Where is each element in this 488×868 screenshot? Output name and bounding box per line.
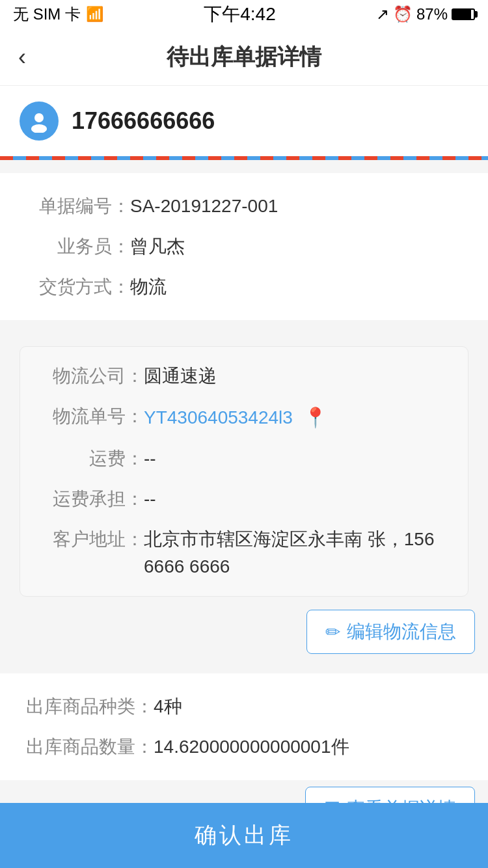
freight-row: 运费： -- [40, 445, 448, 472]
order-info-block: 单据编号： SA-20191227-001 业务员： 曾凡杰 交货方式： 物流 [0, 173, 488, 320]
delivery-value: 物流 [130, 273, 462, 301]
tracking-row: 物流单号： YT43064053424l3 📍 [40, 403, 448, 432]
location-status-icon: ↗ [376, 5, 389, 23]
edit-btn-label: 编辑物流信息 [347, 619, 456, 644]
customer-header: 17666666666 [0, 86, 488, 156]
alarm-icon: ⏰ [393, 5, 413, 23]
delivery-row: 交货方式： 物流 [26, 273, 462, 301]
doc-number-label: 单据编号： [26, 193, 130, 220]
freight-value: -- [144, 445, 448, 472]
section-gap-1 [0, 160, 488, 173]
types-label: 出库商品种类： [26, 693, 154, 720]
company-label: 物流公司： [40, 362, 144, 390]
map-pin-icon[interactable]: 📍 [303, 403, 327, 432]
tracking-value-row: YT43064053424l3 📍 [144, 403, 327, 432]
doc-number-value: SA-20191227-001 [130, 193, 462, 220]
address-label: 客户地址： [40, 526, 144, 553]
battery-icon [452, 8, 475, 20]
customer-phone: 17666666666 [72, 107, 215, 135]
address-row: 客户地址： 北京市市辖区海淀区永丰南 张，156 6666 6666 [40, 526, 448, 580]
section-gap-3 [0, 660, 488, 673]
confirm-btn-area[interactable]: 确认出库 [0, 803, 488, 868]
battery-percent: 87% [416, 5, 448, 23]
confirm-btn-text: 确认出库 [195, 821, 293, 850]
carrier-text: 无 SIM 卡 [13, 4, 81, 25]
tracking-label: 物流单号： [40, 403, 144, 430]
freight-bearer-row: 运费承担： -- [40, 485, 448, 513]
status-bar: 无 SIM 卡 📶 下午4:42 ↗ ⏰ 87% [0, 0, 488, 29]
types-row: 出库商品种类： 4种 [26, 693, 462, 720]
logistics-card: 物流公司： 圆通速递 物流单号： YT43064053424l3 📍 运费： -… [20, 346, 468, 597]
status-left: 无 SIM 卡 📶 [13, 4, 103, 25]
doc-number-row: 单据编号： SA-20191227-001 [26, 193, 462, 220]
svg-point-1 [31, 124, 47, 133]
nav-bar: ‹ 待出库单据详情 [0, 29, 488, 86]
status-time: 下午4:42 [204, 2, 276, 27]
wifi-icon: 📶 [86, 6, 103, 23]
freight-bearer-value: -- [144, 485, 448, 513]
types-value: 4种 [154, 693, 462, 720]
page-title: 待出库单据详情 [167, 42, 321, 72]
salesman-value: 曾凡杰 [130, 233, 462, 260]
freight-label: 运费： [40, 445, 144, 472]
tracking-value: YT43064053424l3 [144, 404, 293, 431]
quantity-label: 出库商品数量： [26, 733, 154, 761]
quantity-value: 14.620000000000001件 [154, 733, 462, 761]
edit-logistics-button[interactable]: ✏ 编辑物流信息 [306, 610, 475, 654]
back-button[interactable]: ‹ [18, 44, 26, 71]
company-row: 物流公司： 圆通速递 [40, 362, 448, 390]
edit-icon: ✏ [325, 621, 340, 643]
salesman-label: 业务员： [26, 233, 130, 260]
svg-point-0 [34, 113, 44, 122]
company-value: 圆通速递 [144, 362, 448, 390]
delivery-label: 交货方式： [26, 273, 130, 301]
status-right: ↗ ⏰ 87% [376, 5, 475, 23]
edit-btn-area: ✏ 编辑物流信息 [0, 610, 488, 660]
section-gap-2 [0, 320, 488, 333]
salesman-row: 业务员： 曾凡杰 [26, 233, 462, 260]
address-value: 北京市市辖区海淀区永丰南 张，156 6666 6666 [144, 526, 448, 580]
stock-info-block: 出库商品种类： 4种 出库商品数量： 14.620000000000001件 [0, 673, 488, 780]
avatar [20, 102, 59, 141]
freight-bearer-label: 运费承担： [40, 485, 144, 513]
quantity-row: 出库商品数量： 14.620000000000001件 [26, 733, 462, 761]
